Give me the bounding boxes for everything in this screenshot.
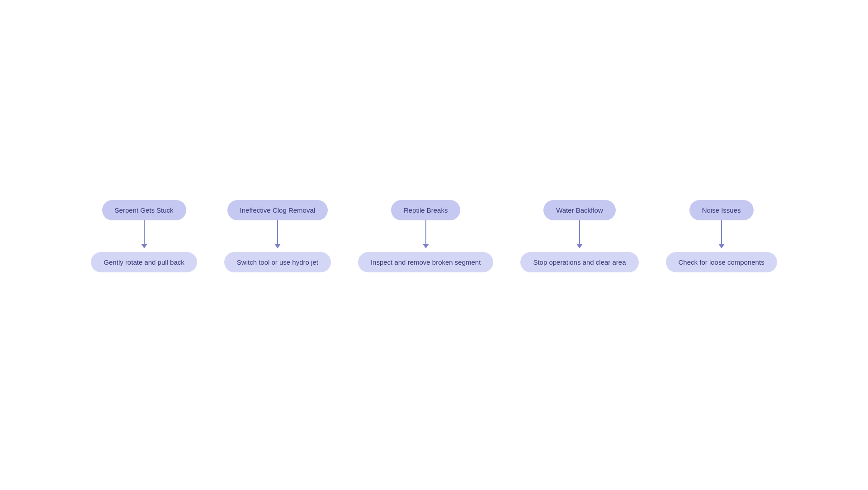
arrow-1 — [141, 220, 147, 252]
flow-column-2: Ineffective Clog RemovalSwitch tool or u… — [224, 200, 331, 272]
arrow-head-5 — [718, 244, 725, 248]
arrow-line-3 — [425, 220, 426, 244]
arrow-4 — [576, 220, 583, 252]
diagram-container: Serpent Gets StuckGently rotate and pull… — [0, 0, 868, 490]
bottom-node-5: Check for loose components — [666, 252, 777, 272]
arrow-5 — [718, 220, 725, 252]
columns-wrapper: Serpent Gets StuckGently rotate and pull… — [91, 200, 777, 272]
top-node-3: Reptile Breaks — [391, 200, 461, 220]
bottom-node-2: Switch tool or use hydro jet — [224, 252, 331, 272]
top-node-1: Serpent Gets Stuck — [102, 200, 186, 220]
arrow-line-2 — [277, 220, 278, 244]
flow-column-1: Serpent Gets StuckGently rotate and pull… — [91, 200, 197, 272]
arrow-head-4 — [576, 244, 583, 248]
arrow-head-3 — [423, 244, 429, 248]
arrow-3 — [423, 220, 429, 252]
top-node-4: Water Backflow — [543, 200, 616, 220]
bottom-node-1: Gently rotate and pull back — [91, 252, 197, 272]
arrow-line-4 — [579, 220, 580, 244]
arrow-head-1 — [141, 244, 147, 248]
bottom-node-3: Inspect and remove broken segment — [358, 252, 493, 272]
flow-column-5: Noise IssuesCheck for loose components — [666, 200, 777, 272]
arrow-line-1 — [144, 220, 145, 244]
arrow-2 — [274, 220, 281, 252]
flow-column-3: Reptile BreaksInspect and remove broken … — [358, 200, 493, 272]
top-node-2: Ineffective Clog Removal — [227, 200, 328, 220]
arrow-line-5 — [721, 220, 722, 244]
bottom-node-4: Stop operations and clear area — [520, 252, 638, 272]
top-node-5: Noise Issues — [689, 200, 754, 220]
flow-column-4: Water BackflowStop operations and clear … — [520, 200, 638, 272]
arrow-head-2 — [274, 244, 281, 248]
